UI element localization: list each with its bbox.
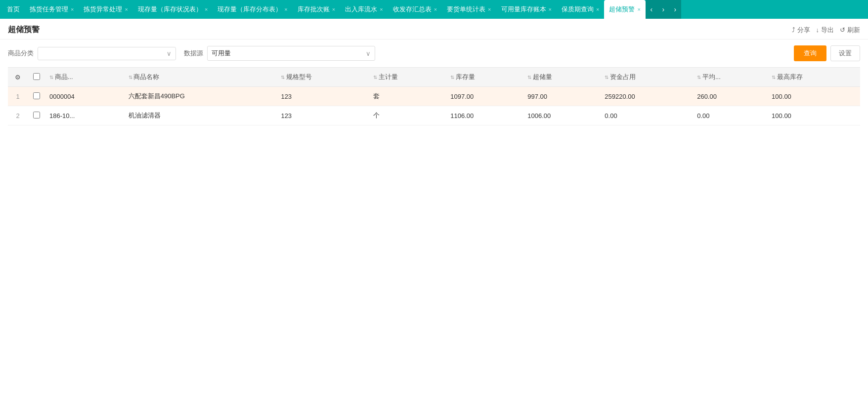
checkbox-column-header[interactable] [28, 68, 45, 87]
datasource-filter: 数据源 可用量 ∨ [184, 46, 375, 61]
query-button[interactable]: 查询 [794, 45, 826, 61]
row-checkbox[interactable] [33, 112, 40, 118]
category-filter: 商品分类 ∨ [8, 47, 176, 60]
unit-cell: 个 [369, 106, 446, 125]
sort-icon: ⇅ [450, 75, 456, 80]
avg-cell: 0.00 [693, 106, 768, 125]
nav-order-stat[interactable]: 要货单统计表 × [442, 0, 496, 19]
row-checkbox-cell[interactable] [28, 87, 45, 106]
page-title: 超储预警 [8, 25, 40, 35]
datasource-label: 数据源 [184, 49, 203, 58]
top-navigation: 首页 拣货任务管理 × 拣货异常处理 × 现存量（库存状况表） × 现存量（库存… [0, 0, 868, 19]
close-icon[interactable]: × [488, 6, 491, 12]
close-icon[interactable]: × [205, 6, 208, 12]
nav-stock-status[interactable]: 现存量（库存状况表） × [133, 0, 213, 19]
stock-cell: 1097.00 [446, 87, 523, 106]
category-select[interactable]: ∨ [38, 47, 176, 60]
row-number: 1 [8, 87, 28, 106]
refresh-button[interactable]: ↺ 刷新 [840, 26, 860, 35]
export-button[interactable]: ↓ 导出 [816, 26, 834, 35]
share-icon: ⤴ [792, 26, 795, 34]
sort-icon: ⇅ [527, 75, 533, 80]
select-all-checkbox[interactable] [33, 73, 40, 80]
nav-home[interactable]: 首页 [2, 0, 25, 19]
stock-column-header[interactable]: ⇅ 库存量 [446, 68, 523, 87]
nav-available-stock[interactable]: 可用量库存账本 × [496, 0, 557, 19]
table-header-row: ⚙ ⇅ 商品... ⇅ 商品名称 ⇅ 规格型号 ⇅ [8, 68, 860, 87]
max-stock-cell: 100.00 [768, 106, 860, 125]
product-name-column-header[interactable]: ⇅ 商品名称 [125, 68, 277, 87]
product-code-cell: 0000004 [45, 87, 125, 106]
nav-inout-flow[interactable]: 出入库流水 × [340, 0, 388, 19]
nav-overstock-warning[interactable]: 超储预警 × [604, 0, 645, 19]
datasource-select[interactable]: 可用量 ∨ [207, 46, 375, 61]
product-code-cell: 186-10... [45, 106, 125, 125]
close-icon[interactable]: × [125, 6, 128, 12]
filter-bar: 商品分类 ∨ 数据源 可用量 ∨ 查询 设置 [0, 40, 868, 67]
gear-icon: ⚙ [15, 74, 21, 81]
filter-actions: 查询 设置 [794, 45, 860, 61]
close-icon[interactable]: × [596, 6, 599, 12]
unit-column-header[interactable]: ⇅ 主计量 [369, 68, 446, 87]
nav-summary[interactable]: 收发存汇总表 × [388, 0, 442, 19]
sort-icon: ⇅ [281, 75, 286, 80]
nav-quality-check[interactable]: 保质期查询 × [557, 0, 604, 19]
close-icon[interactable]: × [549, 6, 552, 12]
close-icon[interactable]: × [284, 6, 287, 12]
share-button[interactable]: ⤴ 分享 [792, 26, 810, 35]
max-stock-column-header[interactable]: ⇅ 最高库存 [768, 68, 860, 87]
export-icon: ↓ [816, 26, 820, 34]
sort-icon: ⇅ [697, 75, 702, 80]
sort-icon: ⇅ [49, 75, 55, 80]
overstock-cell: 1006.00 [523, 106, 601, 125]
spec-cell: 123 [277, 106, 369, 125]
close-icon[interactable]: × [637, 6, 640, 12]
nav-more-button[interactable]: › [669, 0, 681, 19]
capital-cell: 259220.00 [601, 87, 693, 106]
close-icon[interactable]: × [434, 6, 437, 12]
close-icon[interactable]: × [332, 6, 335, 12]
sort-icon: ⇅ [605, 75, 610, 80]
stock-cell: 1106.00 [446, 106, 523, 125]
capital-cell: 0.00 [601, 106, 693, 125]
nav-abnormal[interactable]: 拣货异常处理 × [79, 0, 132, 19]
avg-cell: 260.00 [693, 87, 768, 106]
nav-stock-dist[interactable]: 现存量（库存分布表） × [213, 0, 292, 19]
max-stock-cell: 100.00 [768, 87, 860, 106]
settings-button[interactable]: 设置 [830, 45, 860, 61]
close-icon[interactable]: × [380, 6, 383, 12]
sort-icon: ⇅ [129, 75, 134, 80]
category-label: 商品分类 [8, 49, 34, 58]
row-checkbox[interactable] [33, 92, 40, 99]
page-header: 超储预警 ⤴ 分享 ↓ 导出 ↺ 刷新 [0, 19, 868, 40]
refresh-icon: ↺ [840, 26, 845, 34]
product-code-column-header[interactable]: ⇅ 商品... [45, 68, 125, 87]
chevron-down-icon: ∨ [366, 50, 371, 57]
data-table-container: ⚙ ⇅ 商品... ⇅ 商品名称 ⇅ 规格型号 ⇅ [0, 67, 868, 125]
nav-task-mgmt[interactable]: 拣货任务管理 × [25, 0, 79, 19]
chevron-down-icon: ∨ [167, 50, 172, 57]
spec-cell: 123 [277, 87, 369, 106]
nav-next-button[interactable]: › [657, 0, 669, 19]
gear-column-header[interactable]: ⚙ [8, 68, 28, 87]
table-row: 2 186-10... 机油滤清器 123 个 1106.00 1006.00 … [8, 106, 860, 125]
nav-prev-button[interactable]: ‹ [646, 0, 657, 19]
overstock-column-header[interactable]: ⇅ 超储量 [523, 68, 601, 87]
datasource-value: 可用量 [212, 49, 231, 58]
row-checkbox-cell[interactable] [28, 106, 45, 125]
unit-cell: 套 [369, 87, 446, 106]
header-actions: ⤴ 分享 ↓ 导出 ↺ 刷新 [792, 26, 861, 35]
close-icon[interactable]: × [71, 6, 74, 12]
sort-icon: ⇅ [772, 75, 777, 80]
avg-column-header[interactable]: ⇅ 平均... [693, 68, 768, 87]
overstock-table: ⚙ ⇅ 商品... ⇅ 商品名称 ⇅ 规格型号 ⇅ [8, 67, 860, 125]
product-name-cell: 六配套新昌490BPG [125, 87, 277, 106]
nav-batch[interactable]: 库存批次账 × [293, 0, 340, 19]
capital-column-header[interactable]: ⇅ 资金占用 [601, 68, 693, 87]
spec-column-header[interactable]: ⇅ 规格型号 [277, 68, 369, 87]
product-name-cell: 机油滤清器 [125, 106, 277, 125]
sort-icon: ⇅ [373, 75, 379, 80]
overstock-cell: 997.00 [523, 87, 601, 106]
row-number: 2 [8, 106, 28, 125]
table-row: 1 0000004 六配套新昌490BPG 123 套 1097.00 997.… [8, 87, 860, 106]
